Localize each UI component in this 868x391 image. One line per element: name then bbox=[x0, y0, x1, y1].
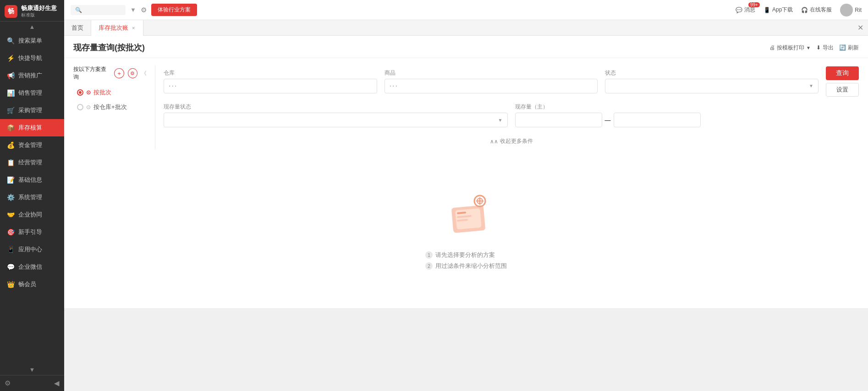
sidebar-scroll-up[interactable]: ▲ bbox=[0, 22, 64, 32]
refresh-btn[interactable]: 🔄 刷新 bbox=[839, 44, 859, 52]
topbar: 🔍 ▼ ⚙ 体验行业方案 💬 消息 99+ 📱 App下载 🎧 在线客服 Rit bbox=[64, 0, 868, 20]
filter-qty-main-field: 现存量（主） — bbox=[515, 103, 859, 127]
app-logo: 畅 bbox=[5, 5, 17, 18]
app-download-label: App下载 bbox=[772, 6, 793, 14]
sidebar-item-finance[interactable]: 💰 资金管理 bbox=[0, 136, 64, 154]
sidebar-item-inventory[interactable]: 📦 库存核算 bbox=[0, 119, 64, 136]
sidebar-item-operation[interactable]: 📋 经营管理 bbox=[0, 154, 64, 171]
sidebar-item-quick-nav[interactable]: ⚡ 快捷导航 bbox=[0, 49, 64, 67]
status-input[interactable]: ▼ bbox=[605, 79, 819, 93]
radio-batch bbox=[77, 89, 83, 96]
page-header: 现存量查询(按批次) 🖨 按模板打印 ▼ ⬇ 导出 🔄 刷新 bbox=[64, 36, 868, 58]
sidebar-item-purchase[interactable]: 🛒 采购管理 bbox=[0, 102, 64, 119]
money-icon: 💰 bbox=[6, 141, 15, 149]
app-subtitle: 标准版 bbox=[21, 12, 57, 18]
status-label: 状态 bbox=[605, 69, 819, 77]
radio-warehouse-batch bbox=[77, 104, 83, 110]
filter-row-2: 现存量状态 ▼ 现存量（主） — bbox=[164, 103, 859, 127]
settings-scheme-btn[interactable]: ⚙ bbox=[128, 68, 137, 78]
main-area: 🔍 ▼ ⚙ 体验行业方案 💬 消息 99+ 📱 App下载 🎧 在线客服 Rit bbox=[64, 0, 868, 391]
tab-home[interactable]: 首页 bbox=[64, 20, 91, 36]
box-icon: 📦 bbox=[6, 124, 15, 131]
sidebar-item-label: 企业协同 bbox=[18, 211, 42, 219]
product-input[interactable]: ··· bbox=[385, 79, 598, 93]
lightning-icon: ⚡ bbox=[6, 54, 15, 62]
collapse-filter-icon[interactable]: 《 bbox=[141, 70, 147, 77]
user-avatar bbox=[840, 4, 853, 16]
filter-scheme-panel: 按以下方案查询 + ⚙ 《 ⊙ 按批次 ⊙ 按仓库+批次 bbox=[73, 65, 147, 149]
sidebar-item-label: 系统管理 bbox=[18, 193, 42, 201]
sidebar-item-apps[interactable]: 📱 应用中心 bbox=[0, 241, 64, 258]
page-content: 现存量查询(按批次) 🖨 按模板打印 ▼ ⬇ 导出 🔄 刷新 bbox=[64, 36, 868, 391]
collapse-sidebar-icon[interactable]: ◀ bbox=[54, 379, 60, 387]
warehouse-label: 仓库 bbox=[164, 69, 377, 77]
export-icon: ⬇ bbox=[816, 44, 821, 51]
qty-max-input[interactable] bbox=[614, 113, 701, 127]
user-profile[interactable]: Rit bbox=[840, 4, 862, 16]
sidebar-item-label: 经营管理 bbox=[18, 158, 42, 167]
page-header-actions: 🖨 按模板打印 ▼ ⬇ 导出 🔄 刷新 bbox=[769, 44, 859, 52]
online-service-btn[interactable]: 🎧 在线客服 bbox=[801, 6, 832, 14]
close-panel-icon[interactable]: ✕ bbox=[857, 23, 863, 32]
scheme-option-batch[interactable]: ⊙ 按批次 bbox=[73, 86, 147, 99]
empty-tip-2: 2 用过滤条件来缩小分析范围 bbox=[425, 261, 507, 272]
app-download-btn[interactable]: 📱 App下载 bbox=[764, 6, 793, 14]
print-btn[interactable]: 🖨 按模板打印 ▼ bbox=[769, 44, 811, 52]
scheme-icon: ⊙ bbox=[86, 89, 91, 96]
settings-button[interactable]: 设置 bbox=[826, 83, 859, 97]
query-button[interactable]: 查询 bbox=[826, 66, 859, 80]
sidebar-item-sales[interactable]: 📊 销售管理 bbox=[0, 84, 64, 102]
filter-product-field: 商品 ··· bbox=[385, 69, 598, 93]
chat-icon: 💬 bbox=[6, 263, 15, 271]
gear-icon: ⚙️ bbox=[6, 194, 15, 201]
message-icon: 💬 bbox=[736, 7, 742, 13]
refresh-icon: 🔄 bbox=[839, 44, 846, 51]
topbar-search[interactable]: 🔍 bbox=[71, 5, 126, 15]
sidebar-item-vip[interactable]: 👑 畅会员 bbox=[0, 276, 64, 293]
cart-icon: 🛒 bbox=[6, 107, 15, 114]
sidebar-item-enterprise[interactable]: 🤝 企业协同 bbox=[0, 206, 64, 223]
sidebar-item-label: 营销推广 bbox=[18, 71, 42, 80]
scheme-option-warehouse-batch[interactable]: ⊙ 按仓库+批次 bbox=[73, 100, 147, 114]
qty-range: — bbox=[515, 113, 859, 127]
clipboard-icon: 📋 bbox=[6, 159, 15, 166]
experience-btn[interactable]: 体验行业方案 bbox=[151, 4, 197, 16]
warehouse-input[interactable]: ··· bbox=[164, 79, 377, 93]
empty-tips: 1 请先选择要分析的方案 2 用过滤条件来缩小分析范围 bbox=[425, 250, 507, 272]
add-scheme-btn[interactable]: + bbox=[114, 68, 124, 78]
sidebar-item-label: 资金管理 bbox=[18, 141, 42, 149]
stock-status-input[interactable]: ▼ bbox=[164, 113, 508, 127]
collapse-more-btn[interactable]: ∧∧ 收起更多条件 bbox=[481, 134, 542, 149]
filter-fields: 仓库 ··· 商品 ··· 状态 bbox=[164, 65, 859, 149]
tab-inventory-batch[interactable]: 库存批次账 × bbox=[91, 20, 143, 36]
sidebar-item-system[interactable]: ⚙️ 系统管理 bbox=[0, 189, 64, 206]
side-action-btns: 查询 设置 bbox=[826, 65, 859, 97]
sidebar-item-wechat[interactable]: 💬 企业微信 bbox=[0, 258, 64, 276]
product-label: 商品 bbox=[385, 69, 598, 77]
export-btn[interactable]: ⬇ 导出 bbox=[816, 44, 834, 52]
megaphone-icon: 📢 bbox=[6, 72, 15, 79]
sidebar-item-basic[interactable]: 📝 基础信息 bbox=[0, 171, 64, 189]
sidebar-item-label: 销售管理 bbox=[18, 89, 42, 97]
filter-row-1: 仓库 ··· 商品 ··· 状态 bbox=[164, 65, 859, 97]
sidebar-item-guide[interactable]: 🎯 新手引导 bbox=[0, 223, 64, 241]
settings-icon[interactable]: ⚙ bbox=[5, 379, 11, 387]
messages-badge: 99+ bbox=[748, 2, 760, 7]
chevron-up-icon: ∧∧ bbox=[490, 138, 498, 145]
qty-min-input[interactable] bbox=[515, 113, 602, 127]
sidebar-item-search[interactable]: 🔍 搜索菜单 bbox=[0, 32, 64, 49]
home-label: 首页 bbox=[71, 24, 83, 32]
tab-close-icon[interactable]: × bbox=[131, 25, 136, 31]
sidebar-scroll-down[interactable]: ▼ bbox=[0, 364, 64, 375]
sidebar-item-label: 快捷导航 bbox=[18, 54, 42, 62]
filter-divider bbox=[155, 65, 155, 149]
sidebar-item-marketing[interactable]: 📢 营销推广 bbox=[0, 67, 64, 84]
topbar-settings-icon[interactable]: ⚙ bbox=[141, 6, 147, 14]
filter-status-field: 状态 ▼ bbox=[605, 69, 819, 93]
sidebar-item-label: 基础信息 bbox=[18, 176, 42, 184]
topbar-dropdown-icon[interactable]: ▼ bbox=[130, 6, 136, 13]
messages-btn[interactable]: 💬 消息 99+ bbox=[736, 6, 755, 14]
filter-warehouse-field: 仓库 ··· bbox=[164, 69, 377, 93]
scheme-label-warehouse-batch: 按仓库+批次 bbox=[93, 103, 127, 111]
page-title: 现存量查询(按批次) bbox=[73, 42, 145, 53]
